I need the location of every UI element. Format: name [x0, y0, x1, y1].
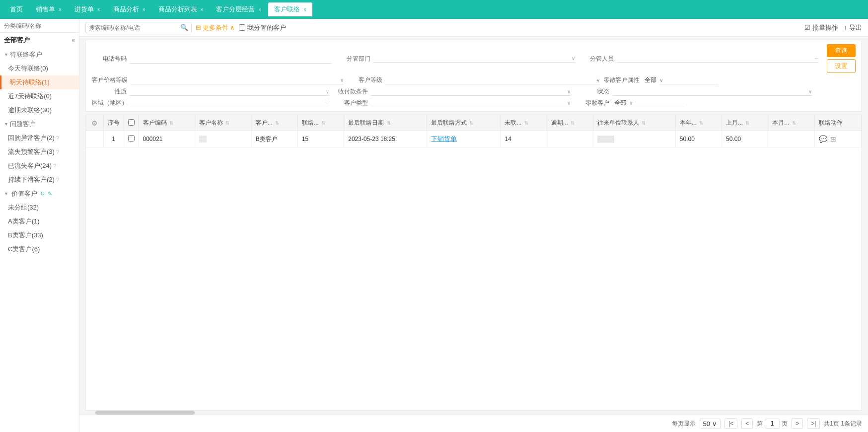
- nav-home[interactable]: 首页: [4, 2, 29, 16]
- scroll-thumb[interactable]: [95, 411, 195, 415]
- col-contact[interactable]: 联络... ⇅: [297, 115, 344, 131]
- select-all-checkbox[interactable]: [128, 119, 135, 126]
- next-page-btn[interactable]: >: [792, 418, 803, 429]
- page-num-input[interactable]: [765, 419, 780, 429]
- sidebar-item-ungrouped[interactable]: 未分组(32): [0, 201, 79, 215]
- nav-product-analysis-list[interactable]: 商品分析列表 ×: [152, 2, 210, 16]
- nav-product-list-close[interactable]: ×: [201, 7, 204, 12]
- retail-customer-arrow: ∨: [629, 100, 633, 106]
- help-icon-declining: ?: [56, 177, 59, 183]
- nav-sales[interactable]: 销售单 ×: [30, 2, 68, 16]
- col-name[interactable]: 客户名称 ⇅: [195, 115, 252, 131]
- filter-dept-select[interactable]: ∨: [373, 55, 576, 63]
- col-this-month[interactable]: 本月... ⇅: [768, 115, 814, 131]
- filter-phone-input[interactable]: [130, 54, 332, 64]
- filter-customer-level-select[interactable]: ∨: [385, 76, 599, 84]
- search-input[interactable]: [89, 24, 178, 31]
- nav-customer-contact[interactable]: 客户联络 ×: [268, 2, 312, 16]
- sidebar-item-c-class[interactable]: C类客户(6): [0, 242, 79, 256]
- sidebar-item-tomorrow[interactable]: 明天待联络(1): [0, 75, 79, 89]
- sidebar-item-lost[interactable]: 已流失客户(24) ?: [0, 159, 79, 173]
- sidebar-search-input[interactable]: [4, 22, 78, 29]
- sidebar-item-a-class[interactable]: A类客户(1): [0, 215, 79, 228]
- sidebar-item-overdue[interactable]: 逾期未联络(30): [0, 103, 79, 117]
- col-type[interactable]: 客户... ⇅: [251, 115, 297, 131]
- filter-region-select[interactable]: ···: [131, 99, 329, 107]
- page-label: 第: [757, 420, 763, 428]
- nav-sales-close[interactable]: ×: [59, 7, 62, 12]
- col-last-date[interactable]: 最后联络日期 ⇅: [344, 115, 427, 131]
- filter-retail-customer-select[interactable]: ∨: [629, 99, 684, 107]
- filter-customer-type-select[interactable]: ∨: [371, 99, 571, 107]
- col-no-contact[interactable]: 未联... ⇅: [501, 115, 547, 131]
- sidebar-item-declining[interactable]: 持续下滑客户(2) ?: [0, 173, 79, 187]
- row-last-method-cell: 下销货单: [427, 131, 501, 147]
- col-overdue[interactable]: 逾期... ⇅: [547, 115, 593, 131]
- search-button[interactable]: 🔍: [180, 24, 188, 31]
- sidebar-item-today[interactable]: 今天待联络(0): [0, 62, 79, 75]
- col-contact-person[interactable]: 往来单位联系人 ⇅: [593, 115, 676, 131]
- filter-payment-label: 收付款条件: [333, 87, 368, 96]
- row-last-method-link[interactable]: 下销货单: [431, 135, 457, 143]
- first-page-btn[interactable]: |<: [724, 418, 737, 429]
- search-wrapper: 🔍: [85, 22, 192, 33]
- customer-type-arrow: ∨: [567, 100, 571, 106]
- row-no-contact-cell: 14: [501, 131, 547, 147]
- col-num: 序号: [103, 115, 124, 131]
- value-edit-icon[interactable]: ✎: [48, 191, 52, 197]
- batch-op-button[interactable]: ☑ 批量操作: [804, 23, 838, 32]
- nav-customer-contact-close[interactable]: ×: [303, 7, 306, 12]
- filter-retail-attr-select[interactable]: ∨: [659, 76, 719, 84]
- status-arrow: ∨: [808, 89, 812, 94]
- nav-customer-tier-close[interactable]: ×: [258, 7, 261, 12]
- action-icon-grid[interactable]: ⊞: [830, 135, 836, 143]
- col-settings[interactable]: ⚙: [86, 115, 103, 131]
- action-icon-comment[interactable]: 💬: [819, 135, 827, 143]
- row-settings-cell: [86, 131, 103, 147]
- nav-purchase-close[interactable]: ×: [97, 7, 100, 12]
- nav-product-analysis-close[interactable]: ×: [143, 7, 145, 12]
- col-this-year[interactable]: 本年... ⇅: [675, 115, 722, 131]
- page-size-select[interactable]: 50 ∨: [700, 419, 721, 429]
- sidebar-item-abnormal[interactable]: 回购异常客户(2) ?: [0, 131, 79, 145]
- filter-price-level-select[interactable]: ∨: [131, 76, 344, 84]
- my-customers-check[interactable]: [239, 24, 245, 31]
- sidebar-item-week[interactable]: 近7天待联络(0): [0, 89, 79, 103]
- region-more-icon[interactable]: ···: [325, 100, 329, 106]
- table-settings-icon[interactable]: ⚙: [91, 119, 98, 127]
- value-refresh-icon[interactable]: ↻: [40, 191, 45, 197]
- nav-purchase[interactable]: 进货单 ×: [69, 2, 106, 16]
- prev-page-btn[interactable]: <: [741, 418, 753, 429]
- filter-region-label: 区域（地区）: [92, 99, 128, 107]
- sidebar-item-b-class[interactable]: B类客户(33): [0, 228, 79, 242]
- sidebar-group-pending[interactable]: 待联络客户: [0, 48, 79, 62]
- row-this-year-cell: 50.00: [675, 131, 722, 147]
- sidebar-all-customers[interactable]: 全部客户 «: [0, 33, 79, 48]
- filter-settings-button[interactable]: 设置: [827, 59, 856, 73]
- more-filter-button[interactable]: ⊟ 更多条件 ∧: [196, 23, 235, 32]
- col-last-method[interactable]: 最后联络方式 ⇅: [427, 115, 501, 131]
- row-checkbox[interactable]: [128, 135, 135, 142]
- col-code[interactable]: 客户编码 ⇅: [139, 115, 195, 131]
- sidebar-group-problem[interactable]: 问题客户: [0, 117, 79, 131]
- nav-customer-tier[interactable]: 客户分层经营 ×: [210, 2, 267, 16]
- sidebar-group-value[interactable]: 价值客户 ↻ ✎: [0, 187, 79, 201]
- export-button[interactable]: ↑ 导出: [844, 23, 863, 32]
- nav-product-analysis[interactable]: 商品分析 ×: [107, 2, 151, 16]
- filter-status-select[interactable]: ∨: [612, 88, 812, 96]
- sidebar-collapse-icon[interactable]: «: [72, 37, 75, 44]
- sidebar-item-warning[interactable]: 流失预警客户(3) ?: [0, 145, 79, 159]
- filter-action-buttons: 查询 设置: [827, 44, 856, 73]
- col-last-month[interactable]: 上月... ⇅: [722, 115, 768, 131]
- filter-payment: 收付款条件 ∨: [333, 87, 571, 96]
- filter-payment-select[interactable]: ∨: [371, 88, 571, 96]
- query-button[interactable]: 查询: [827, 44, 856, 57]
- horizontal-scrollbar[interactable]: [85, 411, 862, 415]
- last-page-btn[interactable]: >|: [807, 418, 820, 429]
- person-more-icon[interactable]: ···: [815, 56, 819, 61]
- top-navigation: 首页 销售单 × 进货单 × 商品分析 × 商品分析列表 × 客户分层经营 × …: [0, 0, 868, 19]
- filter-person-select[interactable]: ···: [617, 55, 819, 63]
- my-customers-checkbox[interactable]: 我分管的客户: [239, 23, 286, 32]
- filter-nature-select[interactable]: ∨: [130, 88, 329, 96]
- filter-status-label: 状态: [575, 87, 609, 96]
